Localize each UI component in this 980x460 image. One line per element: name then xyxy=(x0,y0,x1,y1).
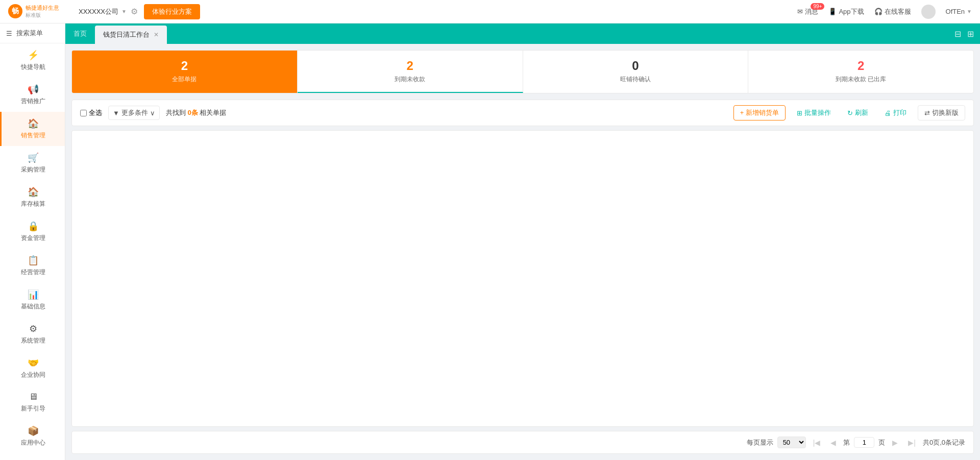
next-page-button[interactable]: ▶ xyxy=(889,438,901,448)
card-label-all: 全部单据 xyxy=(82,75,287,84)
switch-version-button[interactable]: ⇄ 切换新版 xyxy=(918,105,965,120)
sidebar-item-zijin[interactable]: 🔒 资金管理 xyxy=(0,214,65,249)
app-download-label: App下载 xyxy=(839,7,864,16)
tab-close-icon[interactable]: ✕ xyxy=(154,31,159,38)
sidebar-label-4: 库存核算 xyxy=(21,200,45,208)
card-number-shipped: 2 xyxy=(758,59,963,73)
toolbar: 全选 ▼ 更多条件 ∨ 共找到 0条 相关单据 + 新增销货单 xyxy=(71,100,974,126)
summary-card-wangpu[interactable]: 0 旺铺待确认 xyxy=(523,51,749,93)
sidebar-item-xinshou[interactable]: 🖥 新手引导 xyxy=(0,385,65,419)
summary-card-all[interactable]: 2 全部单据 xyxy=(72,51,298,93)
tab-bar: 首页 钱货日清工作台 ✕ ⊟ ⊞ xyxy=(65,23,980,44)
switch-icon: ⇄ xyxy=(924,109,930,117)
tab-home-label: 首页 xyxy=(74,29,87,38)
page-size-label: 每页显示 xyxy=(747,438,773,447)
sidebar-search-label: 搜索菜单 xyxy=(16,29,43,38)
refresh-button[interactable]: ↻ 刷新 xyxy=(842,106,873,120)
sidebar-item-jichu[interactable]: 📊 基础信息 xyxy=(0,283,65,317)
sidebar-item-yingyong[interactable]: 📦 应用中心 xyxy=(0,419,65,453)
operations-icon: 📋 xyxy=(28,255,39,266)
message-button[interactable]: ✉ 消息 99+ xyxy=(797,7,818,16)
company-name: XXXXXX公司 xyxy=(79,7,118,16)
chevron-down-icon: ▼ xyxy=(121,9,127,14)
inventory-icon: 🏠 xyxy=(28,186,39,198)
sidebar: ☰ 搜索菜单 ⚡ 快捷导航 📢 营销推广 🏠 销售管理 🛒 采购管理 🏠 库存核… xyxy=(0,23,65,460)
select-all-input[interactable] xyxy=(80,110,87,116)
sidebar-label-7: 基础信息 xyxy=(21,302,45,311)
sidebar-label-2: 销售管理 xyxy=(21,131,45,140)
sales-icon: 🏠 xyxy=(28,118,39,129)
sidebar-item-xiaoshou[interactable]: 🏠 销售管理 xyxy=(0,112,65,146)
sidebar-item-weixin[interactable]: 💬 企业微信 xyxy=(0,453,65,460)
card-number-wangpu: 0 xyxy=(533,59,738,73)
download-icon: 📱 xyxy=(828,8,837,15)
sidebar-search[interactable]: ☰ 搜索菜单 xyxy=(0,23,65,43)
print-icon: 🖨 xyxy=(885,109,891,117)
first-page-button[interactable]: |◀ xyxy=(810,438,824,448)
card-number-overdue: 2 xyxy=(308,59,512,73)
print-label: 打印 xyxy=(893,108,906,117)
summary-cards: 2 全部单据 2 到期未收款 0 旺铺待确认 2 到期未收款 已出库 xyxy=(71,50,974,93)
prev-page-button[interactable]: ◀ xyxy=(827,438,839,448)
print-button[interactable]: 🖨 打印 xyxy=(879,106,912,120)
switch-label: 切换新版 xyxy=(932,108,959,117)
avatar[interactable] xyxy=(921,5,936,19)
tab-bar-right: ⊟ ⊞ xyxy=(954,29,980,39)
app-download-button[interactable]: 📱 App下载 xyxy=(828,7,864,16)
select-all-checkbox[interactable]: 全选 xyxy=(80,108,102,117)
card-label-shipped: 到期未收款 已出库 xyxy=(758,75,963,84)
experience-button[interactable]: 体验行业方案 xyxy=(144,4,200,19)
tab-maximize-icon[interactable]: ⊞ xyxy=(967,29,974,39)
add-sales-button[interactable]: + 新增销货单 xyxy=(733,105,786,120)
sidebar-label-9: 企业协同 xyxy=(21,371,45,379)
page-word: 第 xyxy=(843,438,850,447)
sidebar-label-11: 应用中心 xyxy=(21,439,45,447)
settings-icon[interactable]: ⚙ xyxy=(131,7,138,16)
company-selector[interactable]: XXXXXX公司 ▼ xyxy=(79,7,127,16)
online-service-button[interactable]: 🎧 在线客服 xyxy=(874,7,911,16)
logo-area: 畅 畅捷通好生意 标准版 xyxy=(8,4,74,18)
page-label: 页 xyxy=(878,438,885,447)
sidebar-item-xitong[interactable]: ⚙ 系统管理 xyxy=(0,317,65,351)
username-text: OfTEn xyxy=(946,8,965,15)
last-page-button[interactable]: ▶| xyxy=(905,438,919,448)
batch-button[interactable]: ⊞ 批量操作 xyxy=(792,106,836,120)
logo-icon: 畅 xyxy=(8,4,22,18)
sidebar-item-kucun[interactable]: 🏠 库存核算 xyxy=(0,180,65,214)
message-badge: 99+ xyxy=(811,3,824,10)
user-chevron-icon: ▼ xyxy=(967,9,972,14)
tab-worktable[interactable]: 钱货日清工作台 ✕ xyxy=(95,26,167,44)
filter-chevron-icon: ∨ xyxy=(150,109,155,117)
toolbar-right: + 新增销货单 ⊞ 批量操作 ↻ 刷新 🖨 打印 ⇄ xyxy=(733,105,965,120)
header-right: ✉ 消息 99+ 📱 App下载 🎧 在线客服 OfTEn ▼ xyxy=(797,5,972,19)
sidebar-label-1: 营销推广 xyxy=(21,97,45,106)
sidebar-item-kuaijiedaohang[interactable]: ⚡ 快捷导航 xyxy=(0,43,65,78)
pagination-bar: 每页显示 50 100 200 |◀ ◀ 第 1 页 ▶ ▶| 共0页,0条记录 xyxy=(71,431,974,454)
filter-label: 更多条件 xyxy=(121,108,148,117)
sidebar-label-6: 经营管理 xyxy=(21,268,45,277)
found-prefix: 共找到 xyxy=(166,109,186,116)
marketing-icon: 📢 xyxy=(28,84,39,95)
sidebar-item-caigou[interactable]: 🛒 采购管理 xyxy=(0,146,65,180)
card-number-all: 2 xyxy=(82,59,287,73)
sidebar-item-jingying[interactable]: 📋 经营管理 xyxy=(0,249,65,283)
card-label-overdue: 到期未收款 xyxy=(308,75,512,84)
sidebar-item-yingxiao[interactable]: 📢 营销推广 xyxy=(0,78,65,112)
top-header: 畅 畅捷通好生意 标准版 XXXXXX公司 ▼ ⚙ 体验行业方案 ✉ 消息 99… xyxy=(0,0,980,23)
batch-label: 批量操作 xyxy=(804,108,831,117)
user-name[interactable]: OfTEn ▼ xyxy=(946,8,972,15)
quick-nav-icon: ⚡ xyxy=(28,50,39,61)
tab-home[interactable]: 首页 xyxy=(65,23,95,44)
filter-icon: ▼ xyxy=(113,109,119,117)
page-number-input[interactable]: 1 xyxy=(854,437,874,448)
table-area xyxy=(71,130,974,427)
summary-card-shipped[interactable]: 2 到期未收款 已出库 xyxy=(748,51,973,93)
sidebar-item-qiye[interactable]: 🤝 企业协同 xyxy=(0,351,65,385)
system-icon: ⚙ xyxy=(29,323,37,334)
sidebar-label-8: 系统管理 xyxy=(21,336,45,345)
filter-button[interactable]: ▼ 更多条件 ∨ xyxy=(108,106,160,120)
basic-info-icon: 📊 xyxy=(28,289,39,300)
page-size-select[interactable]: 50 100 200 xyxy=(777,437,806,448)
summary-card-overdue[interactable]: 2 到期未收款 xyxy=(298,51,523,93)
tab-minimize-icon[interactable]: ⊟ xyxy=(954,29,961,39)
